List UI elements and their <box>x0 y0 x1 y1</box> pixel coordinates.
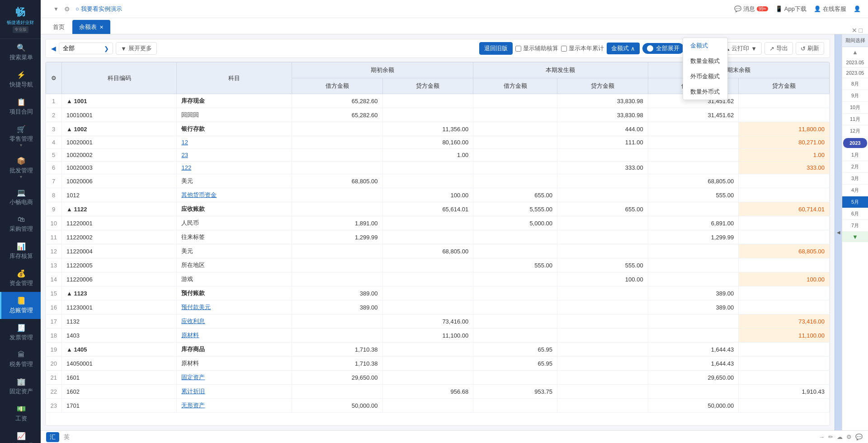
expand-more-btn[interactable]: ▼ 展开更多 <box>116 42 157 55</box>
window-minimize-btn[interactable]: ✕ <box>852 27 857 34</box>
period-item-6[interactable]: 6月 <box>842 208 868 220</box>
period-item-year-2023[interactable]: 2023 <box>843 138 867 148</box>
topbar-dropdown-btn[interactable]: ▼ <box>53 6 59 12</box>
period-item-7[interactable]: 7月 <box>842 220 868 232</box>
balance-table-container: ⚙ 科目编码 科目 期初余额 本期发生额 期末余额 借方金额 贷方金额 借方金额 <box>45 62 830 426</box>
sidebar-item-invoice[interactable]: 🧾 发票管理 <box>0 319 41 346</box>
period-item-3[interactable]: 3月 <box>842 173 868 185</box>
opening-debit-header: 借方金额 <box>292 78 382 94</box>
code-header: 科目编码 <box>61 62 176 94</box>
table-row[interactable]: 19▲ 1405库存商品1,710.3865.951,644.43 <box>46 343 830 357</box>
status-icon-1[interactable]: → <box>819 433 825 440</box>
topbar-online-service-btn[interactable]: 👤 在线客服 <box>814 5 846 13</box>
period-down-nav[interactable]: ▼ <box>842 232 868 242</box>
tab-close-btn[interactable]: ✕ <box>99 24 104 30</box>
statusbar: 汇 英 → ✏ ☁ ⚙ 💬 <box>41 430 868 443</box>
period-item-12[interactable]: 12月 <box>842 125 868 137</box>
topbar-gear-icon[interactable]: ⚙ <box>64 5 70 13</box>
table-row[interactable]: 231701无形资产50,000.0050,000.00 <box>46 399 830 413</box>
period-item-11[interactable]: 11月 <box>842 114 868 125</box>
sidebar-item-wholesale[interactable]: 📦 批发管理 ▼ <box>0 152 41 184</box>
sidebar-item-payroll[interactable]: 💵 工资 <box>0 400 41 427</box>
topbar-app-download-btn[interactable]: 📱 App下载 <box>775 5 807 13</box>
dropdown-item-qty-amount[interactable]: 数量金额式 <box>683 53 727 69</box>
period-up-nav[interactable]: ▲ <box>842 47 868 57</box>
message-badge: 99+ <box>757 6 768 11</box>
period-item-5[interactable]: 5月 <box>842 196 868 208</box>
breadcrumb-back-btn[interactable]: ◀ <box>51 45 56 52</box>
period-item-2023-05-2[interactable]: 2023.05 <box>842 68 868 78</box>
table-row[interactable]: 510020002231.001.00 <box>46 149 830 162</box>
status-main-btn[interactable]: 汇 <box>46 432 59 442</box>
table-row[interactable]: 610020003122333.00333.00 <box>46 162 830 174</box>
table-row[interactable]: 1011220001人民币1,891.005,000.006,891.00 <box>46 216 830 230</box>
opening-credit-header: 贷方金额 <box>382 78 473 94</box>
tab-balance-sheet[interactable]: 余额表 ✕ <box>72 20 110 34</box>
show-auxiliary-checkbox[interactable]: 显示辅助核算 <box>515 44 558 52</box>
sidebar-item-quick-nav[interactable]: ⚡ 快捷导航 <box>0 66 41 93</box>
format-btn[interactable]: 金额式 ∧ <box>607 43 640 54</box>
export-btn[interactable]: ↗ 导出 <box>764 42 793 55</box>
tab-home[interactable]: 首页 <box>46 20 71 34</box>
table-row[interactable]: 81012其他货币资金100.00655.00555.00 <box>46 188 830 202</box>
status-icon-3[interactable]: ☁ <box>837 433 843 440</box>
sidebar-item-funds[interactable]: 💰 资金管理 <box>0 265 41 292</box>
back-to-old-btn[interactable]: 退回旧版 <box>479 42 513 55</box>
table-row[interactable]: 210010001回回回65,282.6033,830.9831,451.62 <box>46 108 830 122</box>
table-row[interactable]: 221602累计折旧956.68953.751,910.43 <box>46 385 830 399</box>
dropdown-item-amount[interactable]: 金额式 <box>683 38 727 53</box>
status-icon-5[interactable]: 💬 <box>855 433 863 440</box>
table-row[interactable]: 211601固定资产29,650.0029,650.00 <box>46 371 830 385</box>
sidebar-item-ledger[interactable]: 📒 总账管理 <box>0 292 41 319</box>
name-header: 科目 <box>177 62 292 94</box>
period-item-1[interactable]: 1月 <box>842 149 868 161</box>
table-row[interactable]: 4100200011280,160.00111.0080,271.00 <box>46 136 830 149</box>
refresh-btn[interactable]: ↺ 刷新 <box>796 42 824 55</box>
table-row[interactable]: 710020006美元68,805.0068,805.00 <box>46 174 830 188</box>
table-row[interactable]: 1611230001预付款美元389.00389.00 <box>46 300 830 314</box>
opening-header: 期初余额 <box>292 62 473 78</box>
period-item-4[interactable]: 4月 <box>842 185 868 196</box>
sidebar-item-tax[interactable]: 🏛 税务管理 <box>0 346 41 373</box>
period-item-2023-05-1[interactable]: 2023.05 <box>842 57 868 68</box>
expand-all-toggle[interactable]: 全部展开 <box>642 43 684 54</box>
window-maximize-btn[interactable]: □ <box>859 27 863 34</box>
table-row[interactable]: 181403原材料11,100.0011,100.00 <box>46 329 830 343</box>
sidebar-item-fixed-assets[interactable]: 🏢 固定资产 <box>0 373 41 400</box>
breadcrumb-next-icon[interactable]: ❯ <box>104 45 109 52</box>
table-row[interactable]: 2014050001原材料1,710.3865.951,644.43 <box>46 357 830 371</box>
table-row[interactable]: 9▲ 1122应收账款65,614.015,555.00655.0060,714… <box>46 202 830 216</box>
period-item-10[interactable]: 10月 <box>842 102 868 114</box>
table-row[interactable]: 1111220002往来标签1,299.991,299.99 <box>46 230 830 244</box>
sidebar-item-operations[interactable]: 📈 经营管理 <box>0 427 41 443</box>
period-item-8[interactable]: 8月 <box>842 78 868 90</box>
topbar-user-btn[interactable]: 👤 <box>854 5 861 12</box>
table-row[interactable]: 171132应收利息73,416.0073,416.00 <box>46 314 830 329</box>
table-row[interactable]: 1411220006游戏100.00100.00 <box>46 272 830 286</box>
dropdown-item-fx-amount[interactable]: 外币金额式 <box>683 69 727 84</box>
topbar-demo-btn[interactable]: ○ 我要看实例演示 <box>75 5 122 13</box>
status-icon-4[interactable]: ⚙ <box>846 433 852 440</box>
period-collapse-btn[interactable]: ◀ <box>835 34 842 430</box>
table-row[interactable]: 1211220004美元68,805.0068,805.00 <box>46 244 830 258</box>
table-row[interactable]: 3▲ 1002银行存款11,356.00444.0011,800.00 <box>46 122 830 136</box>
closing-header: 期末余额 <box>648 62 829 78</box>
settings-header: ⚙ <box>46 62 62 94</box>
sidebar: 畅 畅捷通好业财 专业版 🔍 搜索菜单 ⚡ 快捷导航 📋 项目合同 🛒 零售管理… <box>0 0 41 443</box>
table-scroll-area[interactable]: ⚙ 科目编码 科目 期初余额 本期发生额 期末余额 借方金额 贷方金额 借方金额 <box>46 62 830 425</box>
table-row[interactable]: 15▲ 1123预付账款389.00389.00 <box>46 286 830 300</box>
sidebar-item-purchase[interactable]: 🛍 采购管理 <box>0 211 41 238</box>
topbar-message-btn[interactable]: 💬 消息 99+ <box>734 5 768 13</box>
sidebar-item-ecommerce[interactable]: 💻 小畅电商 <box>0 184 41 211</box>
sidebar-item-retail[interactable]: 🛒 零售管理 ▼ <box>0 120 41 152</box>
sidebar-item-search[interactable]: 🔍 搜索菜单 <box>0 39 41 66</box>
table-row[interactable]: 1311220005所在地区555.00555.00 <box>46 258 830 272</box>
status-icon-2[interactable]: ✏ <box>828 433 833 440</box>
period-item-2[interactable]: 2月 <box>842 161 868 173</box>
breadcrumb: 全部 ❯ <box>59 43 113 54</box>
show-ytd-checkbox[interactable]: 显示本年累计 <box>561 44 604 52</box>
period-item-9[interactable]: 9月 <box>842 90 868 102</box>
sidebar-item-inventory[interactable]: 📊 库存核算 <box>0 238 41 265</box>
dropdown-item-qty-fx[interactable]: 数量外币式 <box>683 84 727 100</box>
sidebar-item-project[interactable]: 📋 项目合同 <box>0 93 41 120</box>
